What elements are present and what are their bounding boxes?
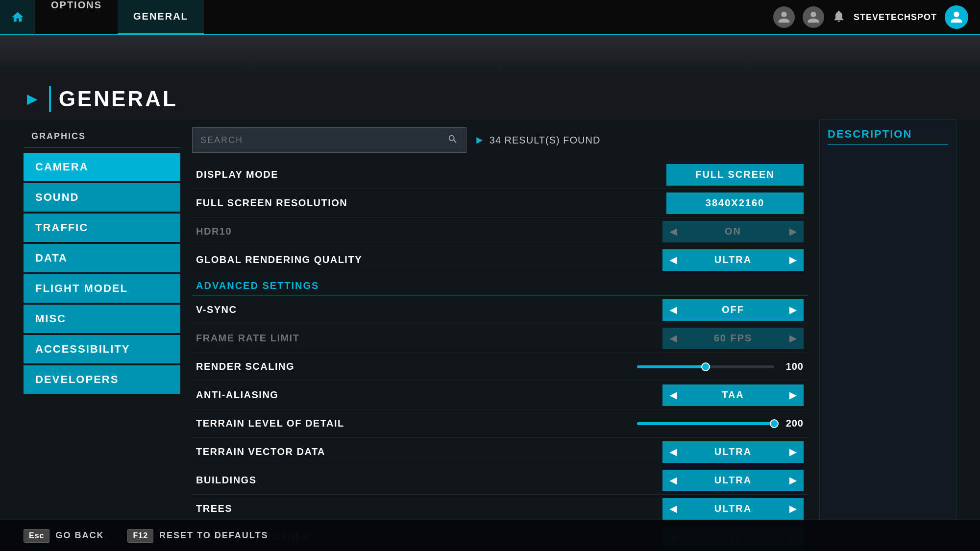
terrain-vector-value: ULTRA xyxy=(684,441,782,463)
person-icon xyxy=(777,10,791,24)
setting-resolution: FULL SCREEN RESOLUTION 3840X2160 xyxy=(192,189,808,217)
resolution-control: 3840X2160 xyxy=(657,192,804,214)
setting-terrain-lod: TERRAIN LEVEL OF DETAIL 200 xyxy=(192,409,808,438)
page-title-bar: ► GENERAL xyxy=(0,74,980,120)
settings-list: DISPLAY MODE FULL SCREEN FULL SCREEN RES… xyxy=(192,161,808,551)
home-button[interactable] xyxy=(0,0,35,35)
setting-rendering-quality: GLOBAL RENDERING QUALITY ◀ ULTRA ▶ xyxy=(192,246,808,274)
trees-prev-button[interactable]: ◀ xyxy=(662,498,684,520)
terrain-lod-label: TERRAIN LEVEL OF DETAIL xyxy=(196,418,637,429)
bottom-bar: Esc GO BACK F12 RESET TO DEFAULTS xyxy=(0,520,980,551)
profile-icon xyxy=(950,10,963,24)
description-panel: DESCRIPTION xyxy=(819,120,956,551)
content-layout: GRAPHICS CAMERA SOUND TRAFFIC DATA FLIGH… xyxy=(0,120,980,551)
terrain-lod-track[interactable] xyxy=(637,422,774,425)
setting-render-scaling: RENDER SCALING 100 xyxy=(192,353,808,381)
username-label: STEVETECHSPOT xyxy=(854,12,937,23)
anti-aliasing-control: ◀ TAA ▶ xyxy=(657,384,804,406)
rendering-quality-prev-button[interactable]: ◀ xyxy=(662,249,684,271)
display-mode-value[interactable]: FULL SCREEN xyxy=(666,164,804,186)
vsync-next-button[interactable]: ▶ xyxy=(782,299,804,321)
main-area: ► GENERAL GRAPHICS CAMERA SOUND TRAFFIC … xyxy=(0,74,980,551)
reset-label: RESET TO DEFAULTS xyxy=(159,530,268,541)
results-count: ► 34 RESULT(S) FOUND xyxy=(474,134,600,146)
f12-key-badge: F12 xyxy=(127,529,153,543)
terrain-vector-next-button[interactable]: ▶ xyxy=(782,441,804,463)
topbar: OPTIONS GENERAL STEVETECHSPOT xyxy=(0,0,980,35)
trees-next-button[interactable]: ▶ xyxy=(782,498,804,520)
resolution-value[interactable]: 3840X2160 xyxy=(666,192,804,214)
buildings-next-button[interactable]: ▶ xyxy=(782,470,804,491)
rendering-quality-value: ULTRA xyxy=(684,249,782,271)
setting-vsync: V-SYNC ◀ OFF ▶ xyxy=(192,296,808,324)
buildings-value: ULTRA xyxy=(684,470,782,491)
buildings-label: BUILDINGS xyxy=(196,475,657,486)
results-text: 34 RESULT(S) FOUND xyxy=(490,135,601,146)
description-title: DESCRIPTION xyxy=(828,128,948,145)
page-title: GENERAL xyxy=(59,87,178,111)
frame-rate-limit-label: FRAME RATE LIMIT xyxy=(196,333,657,344)
resolution-label: FULL SCREEN RESOLUTION xyxy=(196,197,657,209)
rendering-quality-next-button[interactable]: ▶ xyxy=(782,249,804,271)
display-mode-control: FULL SCREEN xyxy=(657,164,804,186)
go-back-label: GO BACK xyxy=(55,530,104,541)
esc-key-badge: Esc xyxy=(24,529,49,543)
render-scaling-label: RENDER SCALING xyxy=(196,361,637,372)
setting-frame-rate-limit: FRAME RATE LIMIT ◀ 60 FPS ▶ xyxy=(192,324,808,353)
community-avatar[interactable] xyxy=(773,6,795,28)
buildings-control: ◀ ULTRA ▶ xyxy=(657,470,804,491)
sidebar-item-traffic[interactable]: TRAFFIC xyxy=(24,214,180,242)
frame-rate-limit-control: ◀ 60 FPS ▶ xyxy=(657,328,804,349)
profile-avatar[interactable] xyxy=(945,5,968,29)
sidebar-item-data[interactable]: DATA xyxy=(24,244,180,272)
sidebar-item-misc[interactable]: MISC xyxy=(24,305,180,333)
render-scaling-control: 100 xyxy=(637,361,804,372)
hdr10-control: ◀ ON ▶ xyxy=(657,221,804,242)
render-scaling-track[interactable] xyxy=(637,365,774,368)
frame-rate-next-button[interactable]: ▶ xyxy=(782,328,804,349)
terrain-vector-prev-button[interactable]: ◀ xyxy=(662,441,684,463)
vsync-prev-button[interactable]: ◀ xyxy=(662,299,684,321)
buildings-prev-button[interactable]: ◀ xyxy=(662,470,684,491)
hdr10-label: HDR10 xyxy=(196,226,657,237)
trees-value: ULTRA xyxy=(684,498,782,520)
sidebar-item-flight-model[interactable]: FLIGHT MODEL xyxy=(24,274,180,303)
hdr10-value: ON xyxy=(684,221,782,242)
advanced-settings-header: ADVANCED SETTINGS xyxy=(192,274,808,296)
vsync-control: ◀ OFF ▶ xyxy=(657,299,804,321)
sidebar-item-accessibility[interactable]: ACCESSIBILITY xyxy=(24,335,180,363)
anti-aliasing-prev-button[interactable]: ◀ xyxy=(662,384,684,406)
terrain-lod-value: 200 xyxy=(780,418,804,429)
general-nav-item[interactable]: GENERAL xyxy=(118,0,204,35)
options-nav-item[interactable]: OPTIONS xyxy=(35,0,118,35)
setting-display-mode: DISPLAY MODE FULL SCREEN xyxy=(192,161,808,189)
terrain-vector-control: ◀ ULTRA ▶ xyxy=(657,441,804,463)
sidebar-item-developers[interactable]: DEVELOPERS xyxy=(24,365,180,394)
display-mode-label: DISPLAY MODE xyxy=(196,169,657,180)
results-arrow-icon: ► xyxy=(474,134,486,146)
scene-header xyxy=(0,35,980,74)
sidebar-item-camera[interactable]: CAMERA xyxy=(24,153,180,181)
trees-label: TREES xyxy=(196,503,657,514)
sidebar-section-graphics: GRAPHICS xyxy=(24,127,180,148)
rendering-quality-label: GLOBAL RENDERING QUALITY xyxy=(196,254,657,265)
vsync-label: V-SYNC xyxy=(196,304,657,315)
hdr10-prev-button[interactable]: ◀ xyxy=(662,221,684,242)
search-box xyxy=(192,127,466,153)
setting-trees: TREES ◀ ULTRA ▶ xyxy=(192,495,808,523)
home-icon xyxy=(11,10,24,24)
setting-anti-aliasing: ANTI-ALIASING ◀ TAA ▶ xyxy=(192,381,808,409)
hdr10-next-button[interactable]: ▶ xyxy=(782,221,804,242)
go-back-button[interactable]: Esc GO BACK xyxy=(24,529,104,543)
topbar-nav: OPTIONS GENERAL xyxy=(35,0,204,35)
notification-bell[interactable] xyxy=(832,9,846,25)
topbar-right: STEVETECHSPOT xyxy=(773,5,980,29)
sidebar-item-sound[interactable]: SOUND xyxy=(24,183,180,212)
frame-rate-prev-button[interactable]: ◀ xyxy=(662,328,684,349)
magnify-icon xyxy=(447,134,458,144)
title-arrow-icon: ► xyxy=(24,89,41,109)
search-input[interactable] xyxy=(200,135,441,145)
user-avatar[interactable] xyxy=(803,6,824,28)
reset-defaults-button[interactable]: F12 RESET TO DEFAULTS xyxy=(127,529,268,543)
anti-aliasing-next-button[interactable]: ▶ xyxy=(782,384,804,406)
